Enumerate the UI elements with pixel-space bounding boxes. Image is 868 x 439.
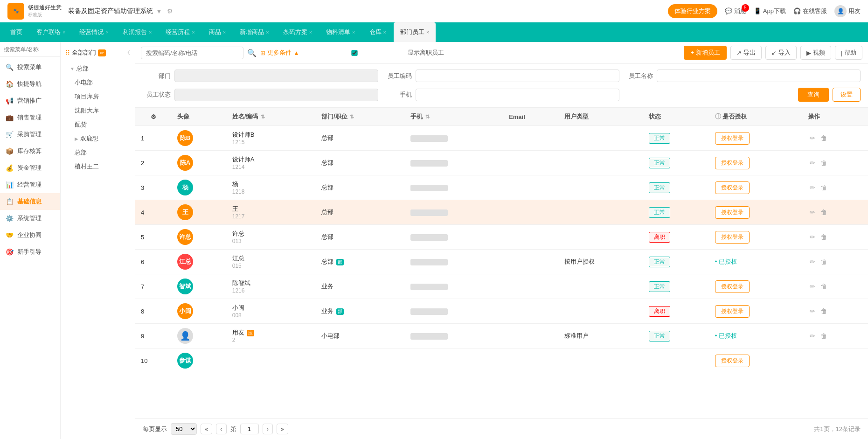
tab-customer[interactable]: 客户联络 × [30,22,72,42]
last-page-btn[interactable]: » [277,424,288,434]
close-icon[interactable]: × [105,29,108,35]
close-icon[interactable]: × [149,29,152,35]
tab-journey[interactable]: 经营历程 × [159,22,201,42]
sidebar-item-purchase[interactable]: 🛒 采购管理 [0,126,60,143]
delete-button[interactable]: 🗑 [819,158,829,167]
emp-status-select[interactable] [174,89,378,101]
search-input[interactable] [141,47,243,59]
edit-button[interactable]: ✏ [808,158,817,167]
show-resign-checkbox[interactable] [303,50,406,56]
dropdown-icon[interactable]: ▼ [156,7,162,15]
close-icon[interactable]: × [352,29,355,35]
dept-node-root[interactable]: ▼ 总部 [61,62,135,76]
tab-goods[interactable]: 商品 × [202,22,232,42]
search-button[interactable]: 🔍 [247,49,257,57]
per-page-select[interactable]: 50 10 20 100 [171,423,197,435]
import-button[interactable]: ↙ 导入 [765,46,797,60]
tab-bom[interactable]: 物料清单 × [319,22,361,42]
edit-button[interactable]: ✏ [808,232,817,242]
delete-button[interactable]: 🗑 [819,133,829,143]
auth-login-button[interactable]: 授权登录 [715,181,750,194]
edit-button[interactable]: ✏ [808,331,817,341]
sidebar-item-stock[interactable]: 📦 库存核算 [0,143,60,160]
delete-button[interactable]: 🗑 [819,331,829,341]
collapse-btn[interactable]: 《 [125,49,130,57]
help-button[interactable]: | 帮助 [835,46,862,60]
delete-button[interactable]: 🗑 [819,282,829,291]
close-icon[interactable]: × [62,29,65,35]
edit-button[interactable]: ✏ [808,208,817,217]
auth-login-button[interactable]: 授权登录 [715,132,750,145]
prev-page-btn[interactable]: ‹ [216,424,226,434]
edit-button[interactable]: ✏ [808,133,817,143]
dept-node-xiaodian[interactable]: 小电部 [61,76,135,90]
tab-barcode[interactable]: 条码方案 × [277,22,319,42]
first-page-btn[interactable]: « [201,424,212,434]
sidebar-item-collab[interactable]: 🤝 企业协同 [0,227,60,244]
add-employee-button[interactable]: + 新增员工 [684,46,726,60]
tab-warehouse[interactable]: 仓库 × [363,22,393,42]
emp-code-input[interactable] [416,70,619,82]
close-icon[interactable]: × [426,29,429,35]
close-icon[interactable]: × [309,29,312,35]
sidebar-item-nav[interactable]: 🏠 快捷导航 [0,76,60,92]
col-name[interactable]: 姓名/编码 ⇅ [227,108,316,126]
emp-name-input[interactable] [657,70,861,82]
close-icon[interactable]: × [192,29,194,35]
dept-node-project[interactable]: 项目库房 [61,90,135,104]
edit-button[interactable]: ✏ [808,257,817,266]
dept-node-shuanglu[interactable]: ▶ 双鹿想 [61,132,135,146]
sidebar-item-management[interactable]: 📊 经营管理 [0,176,60,193]
delete-button[interactable]: 🗑 [819,307,829,316]
sidebar-item-basic[interactable]: 📋 基础信息 [0,193,60,210]
delete-button[interactable]: 🗑 [819,183,829,192]
auth-login-button[interactable]: 授权登录 [715,157,750,169]
dept-node-shenyang[interactable]: 沈阳大库 [61,104,135,118]
sidebar-item-system[interactable]: ⚙️ 系统管理 [0,210,60,227]
more-filter-btn[interactable]: ⊞ 更多条件 ▲ [260,49,299,57]
online-service-btn[interactable]: 🎧 在线客服 [793,7,827,15]
dept-node-peihuo[interactable]: 配货 [61,118,135,132]
tab-add-goods[interactable]: 新增商品 × [233,22,275,42]
close-icon[interactable]: × [223,29,226,35]
delete-button[interactable]: 🗑 [819,257,829,266]
col-dept[interactable]: 部门/职位 ⇅ [316,108,405,126]
tab-profit[interactable]: 利润报告 × [116,22,158,42]
auth-login-button[interactable]: 授权登录 [715,280,750,293]
dept-node-zhicun[interactable]: 植村王二 [61,160,135,174]
col-gear[interactable]: ⚙ [135,108,172,126]
edit-button[interactable]: ✏ [808,282,817,291]
gear-icon[interactable]: ⚙ [167,7,173,15]
dept-tag-btn[interactable]: ✏ [98,49,106,56]
col-phone[interactable]: 手机 ⇅ [405,108,503,126]
close-icon[interactable]: × [266,29,269,35]
set-button[interactable]: 设置 [833,88,861,102]
auth-login-button[interactable]: 授权登录 [715,206,750,219]
view-button[interactable]: ▶ 视频 [800,46,831,60]
sidebar-item-search[interactable]: 🔍 搜索菜单 [0,59,60,76]
auth-login-button[interactable]: 授权登录 [715,305,750,318]
tab-dept-employee[interactable]: 部门员工 × [394,22,436,42]
dept-select[interactable] [174,70,378,82]
auth-login-button[interactable]: 授权登录 [715,355,750,367]
app-download-btn[interactable]: 📱 App下载 [754,7,786,15]
edit-button[interactable]: ✏ [808,307,817,316]
query-button[interactable]: 查询 [798,88,829,102]
message-btn[interactable]: 💬 消息 5 [725,7,746,15]
auth-login-button[interactable]: 授权登录 [715,231,750,244]
sidebar-item-finance[interactable]: 💰 资金管理 [0,160,60,176]
sidebar-search-input[interactable] [4,46,61,53]
dept-node-zongbu[interactable]: 总部 [61,146,135,160]
edit-button[interactable]: ✏ [808,183,817,192]
delete-button[interactable]: 🗑 [819,232,829,242]
sidebar-item-sales[interactable]: 💼 销售管理 [0,109,60,126]
tab-home[interactable]: 首页 [4,22,29,42]
close-icon[interactable]: × [383,29,386,35]
phone-input[interactable] [416,89,619,101]
export-button[interactable]: ↗ 导出 [730,46,762,60]
sidebar-item-marketing[interactable]: 📢 营销推广 [0,92,60,109]
user-menu[interactable]: 👤 用友 [834,5,861,17]
page-input[interactable] [240,424,259,434]
delete-button[interactable]: 🗑 [819,208,829,217]
tab-operation[interactable]: 经营情况 × [73,22,115,42]
